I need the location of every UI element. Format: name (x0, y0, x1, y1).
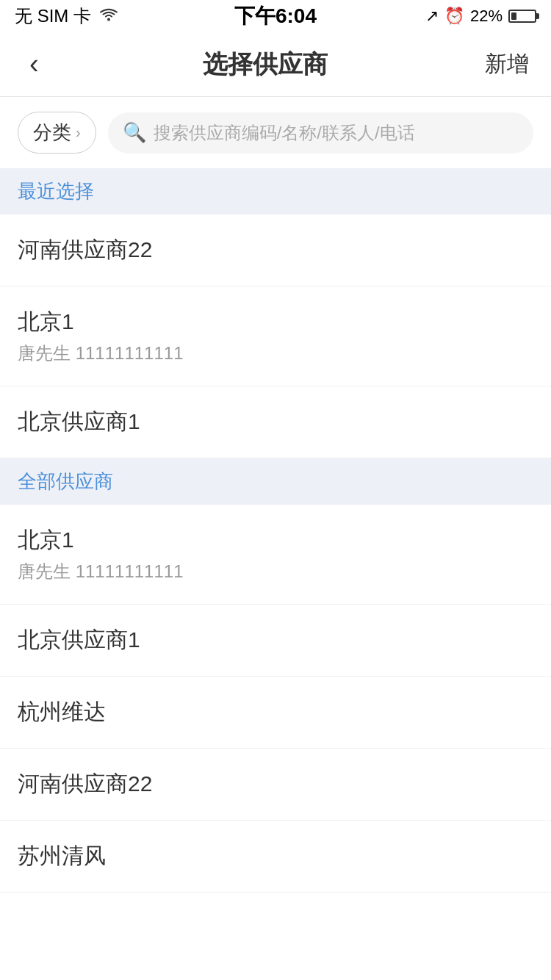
nav-bar: ‹ 选择供应商 新增 (0, 32, 551, 97)
location-icon: ↗ (425, 7, 439, 26)
all-list-item[interactable]: 河南供应商22 (0, 749, 551, 821)
battery-percent: 22% (470, 7, 503, 26)
category-filter-button[interactable]: 分类 › (18, 112, 96, 154)
recent-section-label: 最近选择 (18, 180, 94, 202)
wifi-icon (98, 6, 119, 26)
no-sim-text: 无 SIM 卡 (15, 4, 91, 28)
category-label: 分类 (33, 120, 71, 145)
all-section-label: 全部供应商 (18, 470, 113, 492)
status-bar: 无 SIM 卡 下午6:04 ↗ ⏰ 22% (0, 0, 551, 32)
item-name: 北京供应商1 (18, 625, 533, 655)
item-name: 河南供应商22 (18, 235, 533, 265)
battery-icon (508, 10, 536, 23)
status-time: 下午6:04 (234, 2, 317, 30)
item-name: 北京1 (18, 307, 533, 337)
recent-list-item[interactable]: 北京供应商1 (0, 386, 551, 458)
all-list: 北京1唐先生 11111111111北京供应商1杭州维达河南供应商22苏州清风 (0, 505, 551, 893)
filter-bar: 分类 › 🔍 搜索供应商编码/名称/联系人/电话 (0, 97, 551, 168)
recent-list-item[interactable]: 河南供应商22 (0, 215, 551, 287)
svg-point-0 (107, 18, 110, 21)
item-name: 杭州维达 (18, 697, 533, 727)
status-right: ↗ ⏰ 22% (425, 7, 536, 26)
add-button[interactable]: 新增 (485, 49, 529, 79)
item-sub: 唐先生 11111111111 (18, 560, 533, 583)
item-name: 河南供应商22 (18, 769, 533, 799)
alarm-icon: ⏰ (444, 7, 464, 26)
search-input[interactable]: 搜索供应商编码/名称/联系人/电话 (154, 121, 415, 145)
item-name: 北京供应商1 (18, 407, 533, 437)
back-button[interactable]: ‹ (22, 41, 46, 87)
all-list-item[interactable]: 苏州清风 (0, 821, 551, 893)
recent-list: 河南供应商22北京1唐先生 11111111111北京供应商1 (0, 215, 551, 458)
recent-section-header: 最近选择 (0, 168, 551, 215)
all-section-header: 全部供应商 (0, 458, 551, 505)
recent-list-item[interactable]: 北京1唐先生 11111111111 (0, 287, 551, 386)
status-left: 无 SIM 卡 (15, 4, 119, 28)
page-title: 选择供应商 (203, 48, 328, 82)
item-name: 北京1 (18, 525, 533, 555)
search-icon: 🔍 (123, 121, 146, 144)
all-list-item[interactable]: 北京1唐先生 11111111111 (0, 505, 551, 605)
item-name: 苏州清风 (18, 841, 533, 871)
chevron-right-icon: › (76, 124, 81, 141)
search-input-wrap[interactable]: 🔍 搜索供应商编码/名称/联系人/电话 (108, 112, 533, 154)
all-list-item[interactable]: 杭州维达 (0, 677, 551, 749)
item-sub: 唐先生 11111111111 (18, 342, 533, 365)
all-list-item[interactable]: 北京供应商1 (0, 605, 551, 677)
